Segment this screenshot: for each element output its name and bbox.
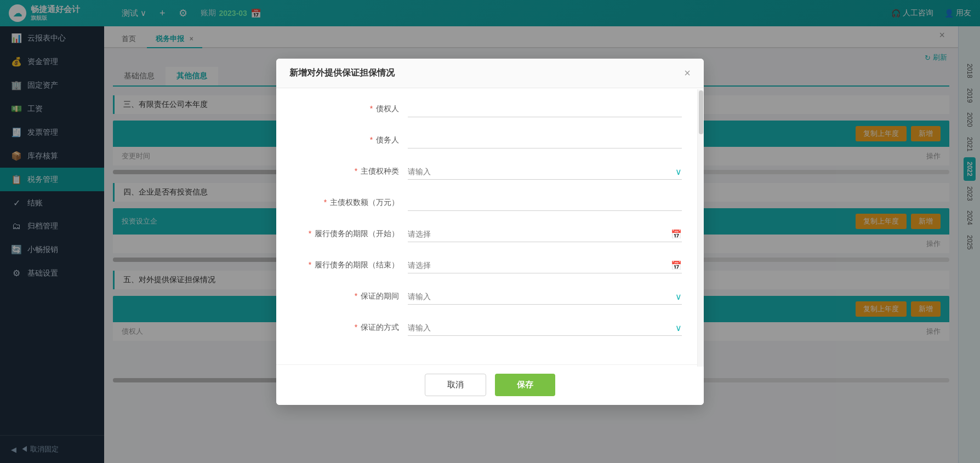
debtor-field [408, 133, 682, 148]
dialog-close-btn[interactable]: × [684, 67, 691, 78]
form-row-debtor: * 债务人 [298, 133, 682, 148]
cancel-button[interactable]: 取消 [425, 374, 486, 396]
claim-amount-field [408, 195, 682, 211]
claim-type-field: ∨ [408, 164, 682, 180]
calendar-start-icon[interactable]: 📅 [671, 229, 682, 239]
save-button[interactable]: 保存 [495, 374, 555, 396]
guarantee-period-input[interactable] [408, 289, 682, 305]
form-row-period-start: * 履行债务的期限（开始） 📅 [298, 226, 682, 242]
dialog: 新增对外提供保证担保情况 × * 债权人 * [276, 59, 704, 405]
dialog-overlay: 新增对外提供保证担保情况 × * 债权人 * [0, 0, 980, 463]
dialog-scroll-thumb [699, 90, 703, 134]
guarantee-period-field: ∨ [408, 289, 682, 305]
guarantee-method-label: * 保证的方式 [298, 323, 408, 333]
dialog-footer: 取消 保存 [276, 364, 704, 405]
claim-type-input[interactable] [408, 164, 682, 180]
guarantee-method-input[interactable] [408, 320, 682, 336]
dialog-title: 新增对外提供保证担保情况 [289, 67, 395, 79]
dialog-scrollbar[interactable] [697, 89, 704, 367]
claim-type-label: * 主债权种类 [298, 167, 408, 176]
period-start-field: 📅 [408, 226, 682, 242]
dialog-body: * 债权人 * 债务人 * [276, 88, 704, 364]
claim-amount-input[interactable] [408, 195, 682, 211]
period-end-field: 📅 [408, 258, 682, 273]
guarantee-period-label: * 保证的期间 [298, 291, 408, 301]
period-end-input[interactable] [408, 258, 682, 273]
form-row-claim-amount: * 主债权数额（万元） [298, 195, 682, 211]
debtor-label: * 债务人 [298, 135, 408, 145]
creditor-label: * 债权人 [298, 104, 408, 114]
period-end-label: * 履行债务的期限（结束） [298, 260, 408, 270]
calendar-end-icon[interactable]: 📅 [671, 260, 682, 271]
form-row-creditor: * 债权人 [298, 101, 682, 117]
debtor-input[interactable] [408, 133, 682, 148]
form-row-guarantee-method: * 保证的方式 ∨ [298, 320, 682, 336]
dialog-header: 新增对外提供保证担保情况 × [276, 59, 704, 88]
period-start-input[interactable] [408, 226, 682, 242]
form-row-claim-type: * 主债权种类 ∨ [298, 164, 682, 180]
creditor-field [408, 101, 682, 117]
form-row-period-end: * 履行债务的期限（结束） 📅 [298, 258, 682, 273]
period-start-label: * 履行债务的期限（开始） [298, 229, 408, 239]
creditor-input[interactable] [408, 101, 682, 117]
guarantee-method-field: ∨ [408, 320, 682, 336]
form-row-guarantee-period: * 保证的期间 ∨ [298, 289, 682, 305]
claim-amount-label: * 主债权数额（万元） [298, 198, 408, 208]
